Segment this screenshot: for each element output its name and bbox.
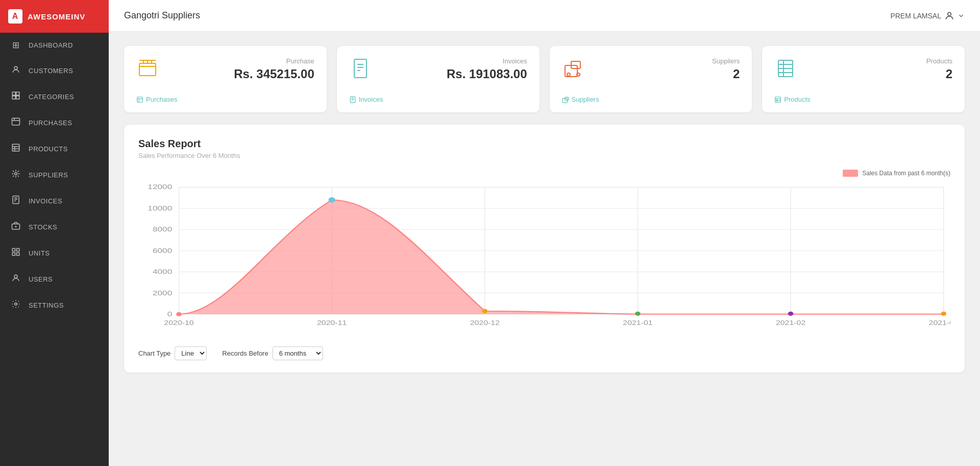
sidebar-item-label: UNITS [29,249,50,257]
chart-type-select[interactable]: Line Bar [175,346,207,360]
sidebar-item-purchases[interactable]: PURCHASES [0,110,109,136]
stat-card-invoices: Invoices Rs. 191083.00 Invoices [337,46,540,112]
sidebar-item-invoices[interactable]: INVOICES [0,188,109,214]
datapoint-1 [329,197,335,202]
invoices-value-group: Invoices Rs. 191083.00 [447,57,527,81]
invoices-card-icon [349,57,372,84]
customers-icon [10,65,21,77]
svg-point-24 [14,275,17,278]
sidebar-item-label: INVOICES [29,197,62,205]
svg-rect-5 [12,118,20,125]
sidebar-item-customers[interactable]: CUSTOMERS [0,58,109,84]
invoices-value: Rs. 191083.00 [447,67,527,81]
sidebar-item-stocks[interactable]: STOCKS [0,214,109,240]
sidebar-item-label: STOCKS [29,223,57,231]
svg-text:6000: 6000 [153,247,172,254]
datapoint-5 [941,312,946,316]
sidebar-item-settings[interactable]: SETTINGS [0,292,109,318]
svg-rect-1 [12,92,15,95]
svg-point-47 [577,73,580,76]
records-before-select[interactable]: 6 months 3 months 12 months [273,346,323,360]
suppliers-icon [10,169,21,181]
suppliers-link-label: Suppliers [572,96,599,103]
suppliers-label: Suppliers [712,57,740,65]
legend-label: Sales Data from past 6 month(s) [862,170,950,177]
svg-rect-4 [16,96,19,99]
chart-legend: Sales Data from past 6 month(s) [138,170,950,177]
products-value: 2 [926,67,952,81]
svg-text:2020-11: 2020-11 [317,319,347,326]
sidebar-item-suppliers[interactable]: SUPPLIERS [0,162,109,188]
purchases-link-label: Purchases [146,96,177,103]
svg-rect-36 [354,59,366,78]
svg-rect-21 [17,248,19,251]
svg-text:8000: 8000 [153,225,172,233]
units-icon [10,247,21,259]
svg-rect-22 [12,253,15,255]
svg-point-26 [948,12,951,16]
svg-text:2020-12: 2020-12 [470,319,500,326]
dashboard-icon: ⊞ [10,40,21,51]
stat-card-products: Products 2 Products [762,46,965,112]
report-title: Sales Report [138,138,950,150]
sidebar-item-label: CUSTOMERS [29,67,73,75]
products-icon [10,143,21,155]
invoices-link[interactable]: Invoices [349,96,527,103]
datapoint-4 [788,312,794,316]
records-before-label: Records Before [222,350,268,357]
main-content: Gangotri Suppliers PREM LAMSAL [109,0,980,466]
sidebar-item-products[interactable]: PRODUCTS [0,136,109,162]
sales-chart-svg: 12000 10000 8000 6000 4000 2000 0 2020-1… [138,182,950,330]
products-label: Products [926,57,952,65]
svg-text:0: 0 [167,310,173,318]
chart-type-group: Chart Type Line Bar [138,346,207,360]
sidebar-item-label: SETTINGS [29,301,64,309]
purchase-value-group: Purchase Rs. 345215.00 [234,57,314,81]
user-menu[interactable]: PREM LAMSAL [890,11,965,21]
stocks-icon [10,221,21,233]
svg-rect-27 [139,63,156,76]
sidebar-item-label: USERS [29,275,53,283]
purchases-link[interactable]: Purchases [136,96,314,103]
invoices-label: Invoices [447,57,527,65]
chart-type-label: Chart Type [138,350,170,357]
purchase-icon [136,57,159,84]
suppliers-link[interactable]: Suppliers [562,96,740,103]
svg-text:2021-02: 2021-02 [776,319,805,326]
stats-row: Purchase Rs. 345215.00 Purchases [124,46,965,112]
sidebar-item-label: CATEGORIES [29,93,74,101]
suppliers-value-group: Suppliers 2 [712,57,740,81]
chart-area: 12000 10000 8000 6000 4000 2000 0 2020-1… [138,182,950,330]
products-card-icon [774,57,797,84]
records-before-group: Records Before 6 months 3 months 12 mont… [222,346,323,360]
page-title: Gangotri Suppliers [124,10,200,21]
user-icon [944,11,954,21]
username: PREM LAMSAL [890,12,941,20]
sidebar-item-users[interactable]: USERS [0,266,109,292]
svg-text:10000: 10000 [148,204,172,212]
chart-area-fill [179,200,944,314]
sidebar-item-label: DASHBOARD [29,41,73,49]
datapoint-0 [176,312,182,316]
sidebar-item-units[interactable]: UNITS [0,240,109,266]
sidebar-item-label: PRODUCTS [29,145,68,153]
products-link-label: Products [784,96,810,103]
sidebar-item-label: PURCHASES [29,119,72,127]
app-name: AWESOMEINV [28,12,85,21]
sidebar-item-label: SUPPLIERS [29,171,68,179]
datapoint-3 [635,312,641,316]
sidebar-item-dashboard[interactable]: ⊞ DASHBOARD [0,33,109,58]
svg-rect-23 [17,253,19,255]
report-card: Sales Report Sales Performance Over 6 Mo… [124,125,965,372]
svg-rect-20 [12,248,15,251]
svg-text:4000: 4000 [153,268,172,275]
suppliers-card-icon [562,57,584,84]
products-link[interactable]: Products [774,96,952,103]
app-logo[interactable]: A AWESOMEINV [0,0,109,33]
chart-controls: Chart Type Line Bar Records Before 6 mon… [138,339,950,360]
report-subtitle: Sales Performance Over 6 Months [138,152,950,159]
svg-rect-3 [12,96,15,99]
stat-card-suppliers: Suppliers 2 Suppliers [550,46,752,112]
sidebar-item-categories[interactable]: CATEGORIES [0,84,109,110]
svg-point-12 [15,173,17,175]
